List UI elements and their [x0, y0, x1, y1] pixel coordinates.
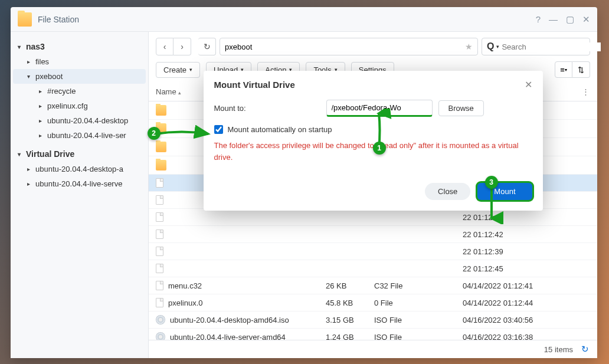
sidebar-item-recycle[interactable]: ▸#recycle: [13, 84, 146, 99]
modal-close-button[interactable]: Close: [425, 183, 470, 200]
sidebar-item-pxelinuxcfg[interactable]: ▸pxelinux.cfg: [13, 99, 146, 113]
browse-button[interactable]: Browse: [438, 100, 484, 116]
modal-close-icon[interactable]: ✕: [525, 79, 532, 90]
sidebar-item-ubuntu-live[interactable]: ▸ubuntu-20.04.4-live-ser: [13, 128, 146, 143]
mount-to-input[interactable]: [326, 100, 433, 117]
modal-warning: The folder's access privilege will be ch…: [214, 140, 532, 163]
modal-title: Mount Virtual Drive: [214, 80, 295, 90]
mount-to-label: Mount to:: [214, 104, 320, 113]
auto-mount-checkbox[interactable]: [214, 125, 223, 134]
annotation-badge-2: 2: [148, 127, 161, 140]
sidebar-item-files[interactable]: ▸files: [13, 54, 146, 69]
app-icon: [18, 12, 32, 27]
app-window: File Station ? — ▢ ✕ ▾nas3 ▸files ▾pxebo…: [11, 7, 597, 358]
sidebar-item-pxeboot[interactable]: ▾pxeboot: [13, 69, 146, 84]
sidebar: ▾nas3 ▸files ▾pxeboot ▸#recycle ▸pxelinu…: [11, 32, 149, 358]
mount-modal: Mount Virtual Drive ✕ Mount to: Browse M…: [204, 71, 543, 211]
modal-mount-button[interactable]: Mount: [477, 183, 532, 200]
sidebar-root-nas3[interactable]: ▾nas3: [13, 39, 146, 54]
sidebar-vd-item-0[interactable]: ▸ubuntu-20.04.4-desktop-a: [13, 162, 146, 176]
auto-mount-label: Mount automatically on startup: [228, 125, 332, 134]
sidebar-root-virtualdrive[interactable]: ▾Virtual Drive: [13, 146, 146, 162]
sidebar-vd-item-1[interactable]: ▸ubuntu-20.04.4-live-serve: [13, 176, 146, 191]
sidebar-item-ubuntu-desktop[interactable]: ▸ubuntu-20.04.4-desktop: [13, 113, 146, 128]
